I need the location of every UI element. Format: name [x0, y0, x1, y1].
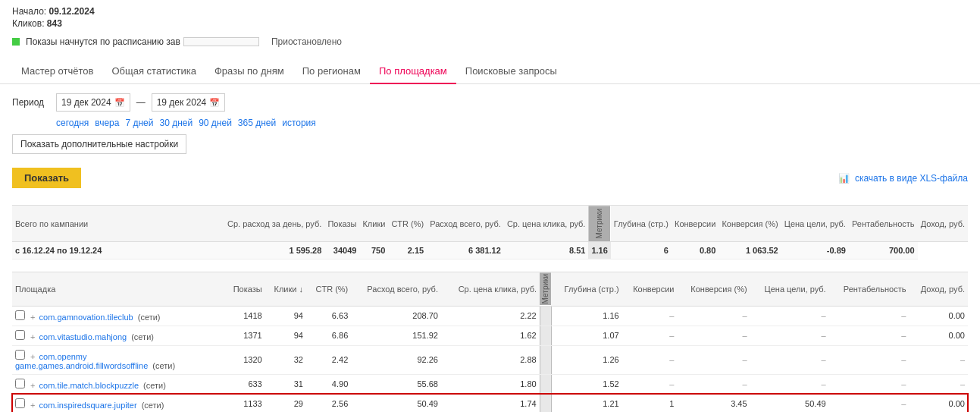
cell-m-4: –	[829, 374, 910, 394]
xls-icon: 📊	[838, 173, 850, 184]
quick-link-365days[interactable]: 365 дней	[238, 118, 276, 128]
tab-regions[interactable]: По регионам	[293, 59, 370, 83]
row-checkbox[interactable]	[15, 350, 25, 360]
summary-date-range: с 16.12.24 по 19.12.24	[12, 242, 224, 259]
summary-col-avg-click: Ср. цена клика, руб.	[504, 206, 589, 242]
quick-link-today[interactable]: сегодня	[56, 118, 89, 128]
summary-impressions-val: 34049	[324, 242, 359, 259]
platform-link[interactable]: com.vitastudio.mahjong	[39, 332, 127, 341]
platform-suffix: (сети)	[143, 381, 166, 390]
summary-col-ctr: CTR (%)	[388, 206, 427, 242]
cell-1: 31	[265, 374, 306, 394]
cell-m-3: –	[750, 326, 829, 345]
col-clicks: Клики ↓	[265, 272, 306, 306]
cell-m-3: –	[750, 374, 829, 394]
status-text: Показы начнутся по расписанию зав	[26, 36, 180, 47]
cell-1: 32	[265, 345, 306, 374]
cell-1: 29	[265, 394, 306, 412]
cell-0: 1371	[224, 326, 265, 345]
cell-m-2: –	[677, 374, 750, 394]
summary-revenue-val: 700.00	[849, 242, 918, 259]
cell-m-0: 1.26	[551, 345, 622, 374]
summary-conv-pct-val: 0.80	[672, 242, 719, 259]
cell-m-1: –	[622, 374, 678, 394]
summary-col-conv-pct: Конверсия (%)	[719, 206, 781, 242]
platform-link[interactable]: com.tile.match.blockpuzzle	[39, 381, 139, 390]
metrics-sep-cell	[540, 345, 551, 374]
cell-m-1: –	[622, 326, 678, 345]
quick-link-90days[interactable]: 90 дней	[199, 118, 232, 128]
col-profitability: Рентабельность	[829, 272, 910, 306]
col-goal-price: Цена цели, руб.	[750, 272, 829, 306]
quick-link-history[interactable]: история	[282, 118, 316, 128]
cell-2: 6.63	[306, 306, 351, 326]
table-row: + com.gamnovation.tileclub (сети) 141894…	[12, 306, 968, 326]
date-from-value: 19 дек 2024	[61, 97, 111, 108]
calendar-icon-from: 📅	[114, 98, 125, 108]
tab-general[interactable]: Общая статистика	[102, 59, 205, 83]
cell-m-5: 0.00	[909, 394, 968, 412]
platform-link[interactable]: com.gamnovation.tileclub	[39, 313, 133, 322]
metrics-sep-cell	[540, 394, 551, 412]
col-metrics-sep: Метрики	[540, 272, 551, 306]
show-settings-button[interactable]: Показать дополнительные настройки	[12, 134, 186, 154]
expand-icon[interactable]: +	[30, 352, 35, 361]
col-total-spend: Расход всего, руб.	[351, 272, 441, 306]
tab-phrases-days[interactable]: Фразы по дням	[205, 59, 293, 83]
cell-2: 6.86	[306, 326, 351, 345]
cell-2: 4.90	[306, 374, 351, 394]
row-checkbox[interactable]	[15, 310, 25, 320]
quick-link-yesterday[interactable]: вчера	[95, 118, 119, 128]
row-checkbox[interactable]	[15, 398, 25, 408]
quick-link-30days[interactable]: 30 дней	[159, 118, 193, 128]
summary-depth-val: 1.16	[588, 242, 610, 259]
table-row: + com.openmy game.games.android.fillword…	[12, 345, 968, 374]
col-revenue: Доход, руб.	[909, 272, 968, 306]
cell-m-0: 1.21	[551, 394, 622, 412]
row-checkbox[interactable]	[15, 330, 25, 340]
col-conv-pct: Конверсия (%)	[677, 272, 750, 306]
cell-0: 1133	[224, 394, 265, 412]
download-label: скачать в виде XLS-файла	[855, 173, 968, 184]
platform-suffix: (сети)	[142, 401, 164, 410]
cell-3: 151.92	[351, 326, 441, 345]
platform-suffix: (сети)	[152, 361, 175, 370]
col-impressions: Показы	[224, 272, 265, 306]
cell-3: 55.68	[351, 374, 441, 394]
date-to-value: 19 дек 2024	[157, 97, 207, 108]
platform-link[interactable]: com.inspiredsquare.jupiter	[39, 401, 137, 410]
table-row: + com.vitastudio.mahjong (сети) 1371946.…	[12, 326, 968, 345]
metrics-sep-cell	[540, 306, 551, 326]
summary-col-total: Расход всего, руб.	[427, 206, 504, 242]
tab-search-queries[interactable]: Поисковые запросы	[456, 59, 566, 83]
cell-m-0: 1.07	[551, 326, 622, 345]
cell-m-0: 1.16	[551, 306, 622, 326]
tab-platforms[interactable]: По площадкам	[370, 59, 456, 84]
expand-icon[interactable]: +	[30, 313, 35, 322]
expand-icon[interactable]: +	[30, 401, 35, 410]
cell-m-5: –	[909, 345, 968, 374]
row-checkbox[interactable]	[15, 379, 25, 388]
expand-icon[interactable]: +	[30, 332, 35, 341]
summary-metrics-col: Метрики	[588, 206, 610, 242]
cell-m-3: 50.49	[750, 394, 829, 412]
summary-profitability-val: -0.89	[781, 242, 849, 259]
tab-master[interactable]: Мастер отчётов	[12, 59, 102, 83]
cell-0: 1418	[224, 306, 265, 326]
cell-4: 1.62	[441, 326, 540, 345]
date-from-input[interactable]: 19 дек 2024 📅	[56, 93, 130, 112]
col-depth: Глубина (стр.)	[551, 272, 622, 306]
show-button[interactable]: Показать	[12, 168, 81, 188]
summary-col-clicks: Клики	[359, 206, 388, 242]
platform-suffix: (сети)	[138, 313, 161, 322]
cell-4: 2.88	[441, 345, 540, 374]
table-row: + com.tile.match.blockpuzzle (сети) 6333…	[12, 374, 968, 394]
summary-clicks-val: 750	[359, 242, 388, 259]
quick-link-7days[interactable]: 7 дней	[125, 118, 153, 128]
date-to-input[interactable]: 19 дек 2024 📅	[152, 93, 226, 112]
summary-conversions-val: 6	[611, 242, 672, 259]
expand-icon[interactable]: +	[30, 381, 35, 390]
cell-m-5: –	[909, 374, 968, 394]
download-xls-link[interactable]: 📊 скачать в виде XLS-файла	[838, 173, 968, 184]
cell-m-0: 1.52	[551, 374, 622, 394]
